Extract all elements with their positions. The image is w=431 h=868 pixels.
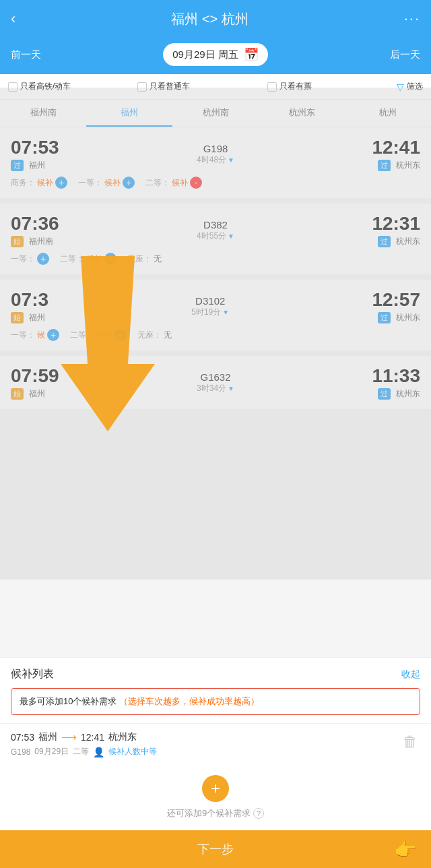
- arr-time-d382: 12:31: [372, 213, 420, 234]
- help-icon[interactable]: ?: [253, 808, 264, 819]
- train-duration-g1632: 3时34分 ▼: [59, 383, 372, 394]
- station-tab-hangzhounan[interactable]: 杭州南: [172, 100, 259, 127]
- notice-orange-text: （选择车次越多，候补成功率越高）: [119, 696, 259, 706]
- add-section: + 还可添加9个候补需求 ?: [0, 764, 431, 830]
- price-item-g198-0: 商务： 候补 +: [11, 177, 67, 189]
- price-item-d382-0: 一等： +: [11, 253, 49, 265]
- panel-collapse-button[interactable]: 收起: [401, 669, 420, 681]
- add-btn-d3102-0[interactable]: +: [47, 329, 59, 341]
- train-number-d382: D382: [59, 219, 372, 230]
- add-btn-g198-1[interactable]: +: [123, 177, 135, 189]
- checkbox-normal[interactable]: [137, 82, 147, 92]
- filter-sort-label: 筛选: [407, 81, 423, 92]
- filter-high-speed[interactable]: 只看高铁/动车: [8, 81, 137, 92]
- checkbox-available[interactable]: [267, 82, 277, 92]
- prev-day-button[interactable]: 前一天: [11, 49, 41, 61]
- dep-time-g1632: 07:59: [11, 365, 59, 386]
- dep-time-g198: 07:53: [11, 137, 59, 158]
- arr-station-g198: 杭州东: [396, 160, 420, 170]
- next-step-label: 下一步: [197, 841, 234, 857]
- ticket-route: 07:53 福州 ⟶ 12:41 杭州东: [11, 731, 400, 743]
- back-button[interactable]: ‹: [11, 10, 15, 28]
- more-button[interactable]: ···: [404, 10, 420, 28]
- dep-tag-g198: 过: [11, 160, 24, 171]
- price-row-d3102: 一等： 候 + 二等： 候补 + 无座： 无: [11, 329, 420, 341]
- dep-time-d382: 07:36: [11, 213, 59, 234]
- delete-ticket-button[interactable]: 🗑: [400, 731, 420, 753]
- train-number-g1632: G1632: [59, 371, 372, 383]
- dep-time-d3102: 07:3: [11, 289, 48, 310]
- arr-tag-g198: 过: [378, 160, 391, 171]
- ticket-arr-station: 杭州东: [108, 731, 137, 743]
- page-title: 福州 <> 杭州: [171, 10, 248, 28]
- duration-arrow-g198: ▼: [228, 156, 234, 164]
- filter-sort-button[interactable]: ▽ 筛选: [397, 81, 423, 92]
- filter-icon: ▽: [397, 82, 404, 92]
- add-more-button[interactable]: +: [202, 775, 229, 802]
- date-text: 09月29日 周五: [172, 49, 238, 61]
- train-number-block-d3102: D3102 5时19分 ▼: [48, 295, 372, 318]
- duration-arrow-g1632: ▼: [228, 385, 234, 392]
- train-duration-d3102: 5时19分 ▼: [48, 307, 372, 318]
- filter-available[interactable]: 只看有票: [267, 81, 397, 92]
- remove-btn-g198-2[interactable]: -: [190, 177, 202, 189]
- ticket-date: 09月29日: [34, 746, 69, 757]
- arr-tag-g1632: 过: [378, 388, 391, 400]
- arr-time-g1632: 11:33: [372, 365, 420, 386]
- arr-station-d3102: 杭州东: [396, 313, 420, 322]
- arr-tag-d382: 过: [378, 236, 391, 247]
- dep-station-g198: 福州: [29, 160, 45, 170]
- ticket-arr-time: 12:41: [81, 732, 104, 743]
- train-number-g198: G198: [59, 143, 372, 154]
- bottom-panel: 候补列表 收起 最多可添加10个候补需求 （选择车次越多，候补成功率越高） 07…: [0, 657, 431, 868]
- arr-time-d3102: 12:57: [372, 289, 420, 310]
- price-item-d3102-1: 二等： 候补 +: [70, 329, 127, 341]
- panel-title: 候补列表: [11, 667, 54, 681]
- filter-normal[interactable]: 只看普通车: [137, 81, 267, 92]
- add-btn-d3102-1[interactable]: +: [114, 329, 127, 341]
- price-item-g198-1: 一等： 候补 +: [78, 177, 135, 189]
- price-item-d382-2: 无座： 无: [127, 253, 162, 265]
- station-tab-hangzhoudong[interactable]: 杭州东: [259, 100, 345, 127]
- train-card-g1632[interactable]: 07:59 始 福州 G1632 3时34分 ▼ 11:33 过 杭州东: [0, 356, 431, 409]
- train-number-block-d382: D382 4时55分 ▼: [59, 219, 372, 242]
- add-btn-d382-0[interactable]: +: [37, 253, 49, 265]
- station-tab-hangzhou[interactable]: 杭州: [345, 100, 431, 127]
- checkbox-high-speed[interactable]: [8, 82, 18, 92]
- station-tab-fuzhou[interactable]: 福州: [86, 100, 172, 127]
- add-hint-text: 还可添加9个候补需求: [167, 807, 251, 819]
- add-btn-d382-1[interactable]: +: [104, 253, 117, 265]
- duration-arrow-d3102: ▼: [222, 309, 229, 316]
- train-card-d382[interactable]: 07:36 始 福州南 D382 4时55分 ▼ 12:31 过 杭州东: [0, 204, 431, 274]
- price-item-d382-1: 二等： 候补 +: [60, 253, 117, 265]
- train-card-d3102[interactable]: 07:3 始 福州 D3102 5时19分 ▼ 12:57 过 杭州东: [0, 280, 431, 350]
- filter-bar: 只看高铁/动车 只看普通车 只看有票 ▽ 筛选: [0, 74, 431, 100]
- filter-normal-label: 只看普通车: [150, 81, 190, 92]
- dep-tag-d382: 始: [11, 236, 24, 247]
- ticket-dep-station: 福州: [38, 731, 57, 743]
- arr-station-g1632: 杭州东: [396, 389, 420, 398]
- next-day-button[interactable]: 后一天: [390, 49, 420, 61]
- train-card-g198[interactable]: 07:53 过 福州 G198 4时48分 ▼ 12:41 过 杭州东: [0, 127, 431, 198]
- price-row-g198: 商务： 候补 + 一等： 候补 + 二等： 候补 -: [11, 177, 420, 189]
- duration-arrow-d382: ▼: [228, 232, 234, 240]
- dep-station-g1632: 福州: [29, 389, 45, 398]
- date-bar: 前一天 09月29日 周五 📅 后一天: [0, 38, 431, 74]
- ticket-dep-time: 07:53: [11, 732, 34, 743]
- train-duration-g198: 4时48分 ▼: [59, 154, 372, 166]
- train-number-d3102: D3102: [48, 295, 372, 307]
- next-step-bar[interactable]: 下一步 👉: [0, 830, 431, 868]
- filter-available-label: 只看有票: [279, 81, 312, 92]
- calendar-icon: 📅: [244, 47, 259, 62]
- add-hint: 还可添加9个候补需求 ?: [167, 807, 264, 819]
- price-item-g198-2: 二等： 候补 -: [145, 177, 202, 189]
- ticket-entry: 07:53 福州 ⟶ 12:41 杭州东 G198 09月29日 二等 👤 候补…: [0, 723, 431, 764]
- station-tab-fuzhounan[interactable]: 福州南: [0, 100, 86, 127]
- train-number-block-g198: G198 4时48分 ▼: [59, 143, 372, 166]
- dep-tag-g1632: 始: [11, 388, 24, 400]
- dep-station-d3102: 福州: [29, 313, 45, 322]
- date-selector[interactable]: 09月29日 周五 📅: [163, 43, 268, 66]
- panel-header: 候补列表 收起: [0, 658, 431, 688]
- notice-box: 最多可添加10个候补需求 （选择车次越多，候补成功率越高）: [11, 688, 420, 715]
- add-btn-g198-0[interactable]: +: [55, 177, 67, 189]
